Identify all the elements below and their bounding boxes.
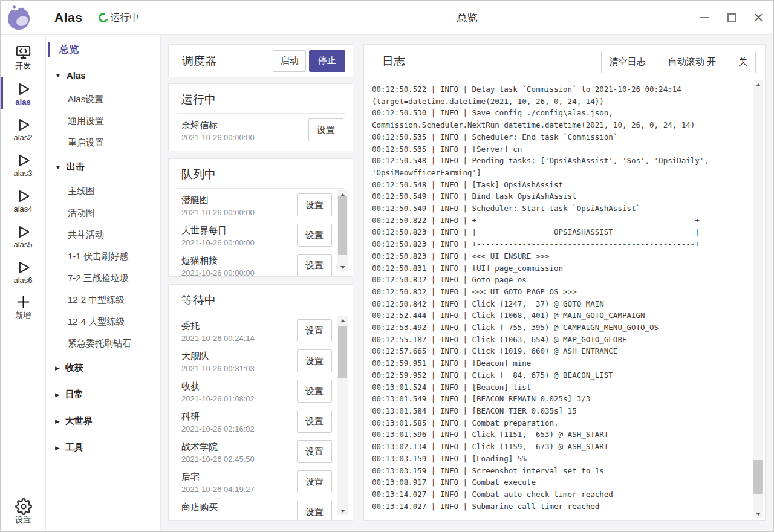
rail-item-label: alas [15,97,30,106]
menu-item-main-chapter[interactable]: 主线图 [46,180,160,202]
waiting-scrollbar-thumb[interactable] [338,326,347,378]
task-settings-button[interactable]: 设置 [297,501,332,520]
task-settings-button[interactable]: 设置 [297,349,332,372]
rail-item-alas5[interactable]: alas5 [1,218,45,254]
task-row: 大舰队2021-10-26 00:31:03设置 [169,346,353,376]
task-name: 潜艇图 [181,193,305,206]
task-settings-button[interactable]: 设置 [297,193,332,216]
menu-item-map-1-1-favor[interactable]: 1-1 伏击刷好感 [46,245,160,267]
log-body: 00:12:50.522 | INFO | Delay task `Commis… [364,79,765,520]
autoscroll-off-button[interactable]: 关 [730,51,756,73]
play-icon [15,152,31,169]
task-next-run-time: 2021-10-26 00:00:00 [181,132,305,143]
task-settings-button[interactable]: 设置 [297,380,332,403]
status-label: 运行中 [110,11,139,24]
waiting-scrollbar[interactable] [337,316,348,515]
log-scrollbar-thumb[interactable] [753,460,763,494]
task-next-run-time: 2021-10-26 00:00:00 [181,238,305,248]
start-button[interactable]: 启动 [273,50,306,72]
minimize-button[interactable] [691,1,718,34]
scheduler-title: 调度器 [182,53,273,69]
menu-item-label: 12-2 中型练级 [68,294,125,306]
rail-item-alas6[interactable]: alas6 [1,254,45,290]
menu-group-label: 出击 [67,161,85,173]
menu-item-coalition-event[interactable]: 共斗活动 [46,224,160,245]
play-icon [15,81,31,97]
task-next-run-time: 2021-10-26 02:45:50 [181,454,305,465]
rail-item-alas[interactable]: alas [1,76,45,111]
close-button[interactable]: × [745,1,772,34]
task-row: 大世界每日2021-10-26 00:00:00设置 [169,220,353,250]
rail-item-label: 开发 [15,60,31,71]
alas-logo-icon [6,5,31,30]
task-name: 后宅 [181,470,305,483]
menu-item-overview[interactable]: 总览 [46,37,160,62]
rail-item-label: alas3 [13,169,32,178]
menu-group-daily-group[interactable]: ▶日常 [46,381,160,407]
window-title: 总览 [161,11,773,25]
scroll-down-arrow-icon[interactable] [753,510,763,518]
chevron-down-icon: ▼ [55,164,61,170]
menu-item-alas-settings[interactable]: Alas设置 [46,88,160,110]
rail-item-add-new[interactable]: 新增 [1,290,45,325]
pending-scrollbar[interactable] [337,190,348,271]
menu-group-os-group[interactable]: ▶大世界 [46,407,160,434]
log-panel: 日志 清空日志 自动滚动 开 关 00:12:50.522 | INFO | D… [363,44,766,521]
task-settings-button[interactable]: 设置 [297,410,332,433]
menu-item-general-settings[interactable]: 通用设置 [46,110,160,132]
task-name: 余烬信标 [181,118,305,131]
scroll-down-arrow-icon[interactable] [337,507,348,515]
rail-item-settings[interactable]: 设置 [1,491,45,531]
pending-scrollbar-thumb[interactable] [338,196,347,255]
task-settings-button[interactable]: 设置 [297,440,332,463]
menu-group-harvest-group[interactable]: ▶收获 [46,354,160,381]
chevron-down-icon: ▼ [55,72,61,78]
rail-item-alas4[interactable]: alas4 [1,183,45,218]
clear-log-button[interactable]: 清空日志 [601,51,654,73]
task-settings-button[interactable]: 设置 [308,118,343,141]
task-next-run-time: 2021-10-26 01:08:02 [181,394,305,404]
task-next-run-time: 2021-10-26 00:31:03 [181,363,305,374]
scheduler-status: 运行中 [99,11,139,24]
rail-item-label: alas6 [13,276,32,285]
task-settings-button[interactable]: 设置 [297,470,332,493]
app-name: Alas [54,10,82,25]
task-name: 短猫相接 [181,254,305,267]
task-settings-button[interactable]: 设置 [297,224,332,247]
menu-item-map-12-4-leveling[interactable]: 12-4 大型练级 [46,311,160,332]
play-icon [15,188,31,204]
rail-item-alas3[interactable]: alas3 [1,147,45,183]
autoscroll-on-button[interactable]: 自动滚动 开 [660,51,724,73]
menu-group-label: Alas [67,70,86,80]
rail-item-dev[interactable]: 开发 [1,40,45,76]
log-scrollbar[interactable] [753,80,763,518]
menu-item-label: 重启设置 [68,137,104,149]
task-name: 科研 [181,410,305,423]
task-row: 余烬信标2021-10-26 00:00:00设置 [169,115,353,145]
scroll-up-arrow-icon[interactable] [337,316,348,325]
window-controls: × [691,1,772,34]
menu-item-map-12-2-leveling[interactable]: 12-2 中型练级 [46,289,160,311]
menu-item-urgent-commission-diamond[interactable]: 紧急委托刷钻石 [46,332,160,354]
scroll-down-arrow-icon[interactable] [337,263,348,271]
scroll-up-arrow-icon[interactable] [753,80,763,89]
menu-group-tools-group[interactable]: ▶工具 [46,434,160,461]
rail-item-alas2[interactable]: alas2 [1,111,45,147]
code-monitor-icon [15,44,31,60]
menu-group-alas-group[interactable]: ▼Alas [46,62,160,88]
waiting-title: 等待中 [177,285,345,314]
menu-item-restart-settings[interactable]: 重启设置 [46,132,160,154]
menu-item-map-7-2-scrap[interactable]: 7-2 三战捡垃圾 [46,267,160,289]
menu-item-label: 主线图 [68,186,95,197]
menu-item-event-map[interactable]: 活动图 [46,202,160,224]
task-settings-button[interactable]: 设置 [297,254,332,276]
menu-group-sortie-group[interactable]: ▼出击 [46,154,160,180]
rail-item-label: 新增 [15,310,31,321]
maximize-button[interactable] [718,1,745,34]
task-settings-button[interactable]: 设置 [297,319,332,342]
menu-item-label: 1-1 伏击刷好感 [68,251,129,262]
stop-button[interactable]: 停止 [309,50,345,72]
task-row: 战术学院2021-10-26 02:45:50设置 [169,436,353,467]
task-next-run-time: 2021-10-26 00:00:00 [181,268,305,276]
log-title: 日志 [382,54,596,70]
